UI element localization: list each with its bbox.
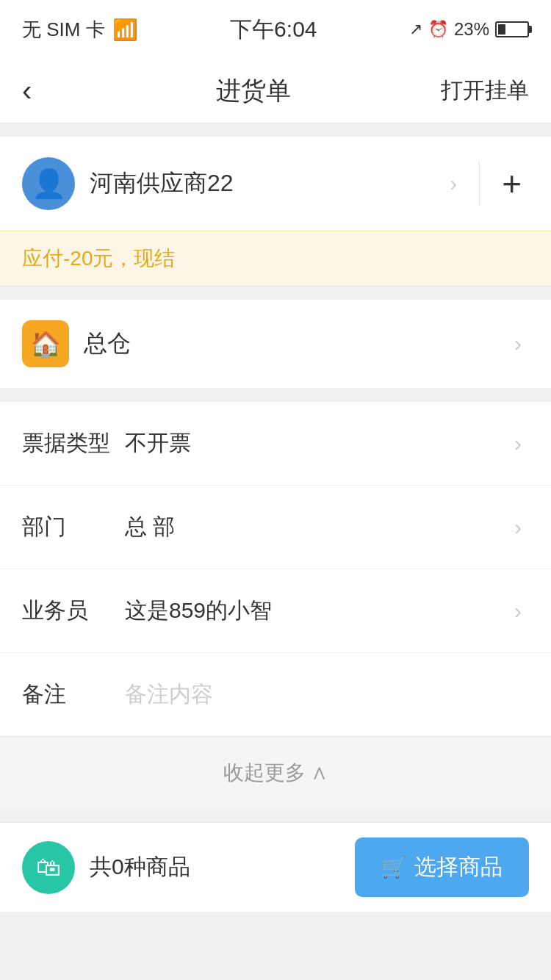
remark-label: 备注 bbox=[22, 680, 125, 710]
separator-1 bbox=[0, 123, 551, 137]
salesperson-row[interactable]: 业务员 这是859的小智 › bbox=[0, 569, 551, 652]
add-supplier-button[interactable]: + bbox=[494, 164, 529, 203]
warehouse-row[interactable]: 🏠 总仓 › bbox=[0, 300, 551, 388]
page-background bbox=[0, 912, 551, 980]
salesperson-label: 业务员 bbox=[22, 596, 125, 626]
separator-2 bbox=[0, 287, 551, 300]
warehouse-section: 🏠 总仓 › bbox=[0, 300, 551, 388]
salesperson-value: 这是859的小智 bbox=[125, 596, 514, 626]
wifi-icon: 📶 bbox=[112, 18, 138, 42]
battery-percent: 23% bbox=[454, 19, 489, 40]
notice-bar: 应付-20元，现结 bbox=[0, 231, 551, 287]
status-time: 下午6:04 bbox=[230, 15, 317, 45]
select-product-label: 选择商品 bbox=[414, 852, 503, 882]
notice-text: 应付-20元，现结 bbox=[22, 247, 175, 270]
supplier-section: 👤 河南供应商22 › + 应付-20元，现结 bbox=[0, 137, 551, 287]
invoice-type-row[interactable]: 票据类型 不开票 › bbox=[0, 401, 551, 485]
form-section: 票据类型 不开票 › 部门 总 部 › 业务员 这是859的小智 › 备注 备注… bbox=[0, 401, 551, 809]
select-product-button[interactable]: 🛒 选择商品 bbox=[355, 837, 529, 897]
remark-row[interactable]: 备注 备注内容 bbox=[0, 652, 551, 736]
invoice-type-value: 不开票 bbox=[125, 428, 514, 458]
salesperson-chevron-icon: › bbox=[514, 599, 522, 624]
nav-bar: ‹ 进货单 打开挂单 bbox=[0, 59, 551, 123]
product-icon-wrapper: 🛍 bbox=[22, 841, 75, 894]
department-label: 部门 bbox=[22, 512, 125, 542]
department-value: 总 部 bbox=[125, 512, 514, 542]
invoice-type-chevron-icon: › bbox=[514, 431, 522, 456]
department-row[interactable]: 部门 总 部 › bbox=[0, 485, 551, 569]
location-icon: ↗ bbox=[409, 20, 422, 39]
page-title: 进货单 bbox=[216, 74, 291, 108]
status-bar: 无 SIM 卡 📶 下午6:04 ↗ ⏰ 23% bbox=[0, 0, 551, 59]
bottom-bar: 🛍 共0种商品 🛒 选择商品 bbox=[0, 822, 551, 912]
status-left: 无 SIM 卡 📶 bbox=[22, 17, 138, 43]
product-count-label: 共0种商品 bbox=[90, 852, 355, 882]
status-right: ↗ ⏰ 23% bbox=[409, 19, 529, 40]
back-button[interactable]: ‹ bbox=[22, 74, 66, 107]
house-icon: 🏠 bbox=[30, 329, 61, 359]
separator-4 bbox=[0, 809, 551, 822]
battery-icon bbox=[495, 21, 529, 37]
sim-label: 无 SIM 卡 bbox=[22, 17, 105, 43]
person-icon: 👤 bbox=[32, 167, 66, 200]
warehouse-name: 总仓 bbox=[84, 328, 514, 360]
cart-icon: 🛒 bbox=[381, 855, 407, 879]
remark-input[interactable]: 备注内容 bbox=[125, 680, 529, 710]
department-chevron-icon: › bbox=[514, 515, 522, 540]
shopping-bag-icon: 🛍 bbox=[36, 853, 61, 882]
open-pending-button[interactable]: 打开挂单 bbox=[441, 76, 529, 106]
supplier-name: 河南供应商22 bbox=[90, 167, 450, 200]
collapse-button[interactable]: 收起更多 ∧ bbox=[0, 736, 551, 809]
supplier-avatar: 👤 bbox=[22, 157, 75, 210]
supplier-row[interactable]: 👤 河南供应商22 › + bbox=[0, 137, 551, 231]
divider bbox=[479, 162, 480, 206]
separator-3 bbox=[0, 388, 551, 401]
warehouse-icon: 🏠 bbox=[22, 320, 69, 367]
collapse-label: 收起更多 ∧ bbox=[223, 759, 328, 787]
invoice-type-label: 票据类型 bbox=[22, 428, 125, 458]
warehouse-chevron-icon: › bbox=[514, 331, 522, 356]
alarm-icon: ⏰ bbox=[428, 20, 448, 39]
supplier-chevron-icon: › bbox=[450, 171, 457, 196]
